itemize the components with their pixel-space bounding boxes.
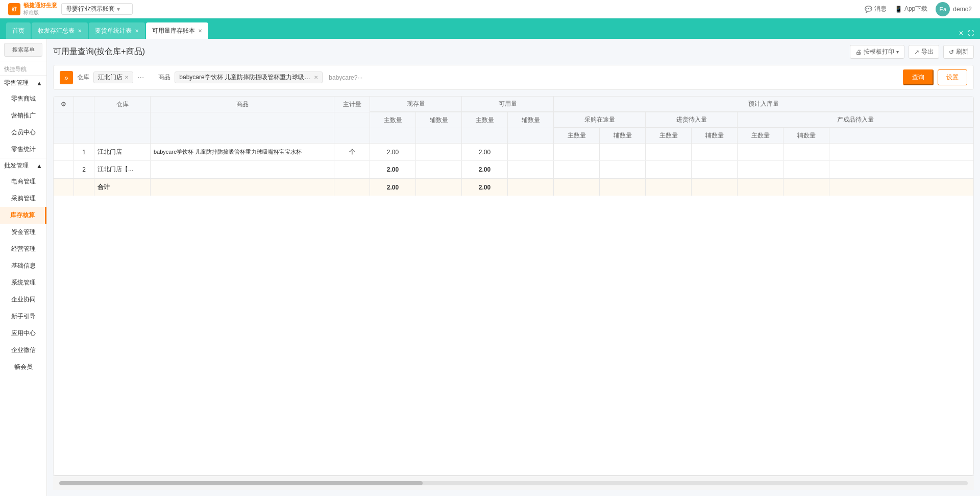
product-filter-tag[interactable]: babycare学饮杯 儿童防摔防撞吸管杯重力球吸嘴杯宝宝水杯 ✕ (175, 72, 323, 83)
tab-available-stock-close[interactable]: ✕ (198, 28, 202, 34)
td-unit-2 (334, 161, 370, 178)
sidebar-item-newbie[interactable]: 新手引导 (0, 308, 46, 325)
product-filter-close[interactable]: ✕ (314, 75, 318, 80)
th-unit-empty (334, 112, 370, 128)
sidebar-item-operations[interactable]: 经营管理 (0, 241, 46, 257)
tab-controls: ✕ ⛶ (959, 30, 974, 39)
sidebar-item-members[interactable]: 会员中心 (0, 124, 46, 141)
sidebar-item-retail-stats[interactable]: 零售统计 (0, 141, 46, 158)
td-avail-main-1: 2.00 (462, 144, 508, 160)
warehouse-filter-label: 仓库 (77, 73, 89, 82)
sidebar-item-enterprise[interactable]: 企业协同 (0, 291, 46, 308)
search-menu-button[interactable]: 搜索菜单 (4, 43, 42, 57)
print-template-button[interactable]: 🖨 按模板打印 ▾ (850, 45, 904, 59)
td-product-1: babycare学饮杯 儿童防摔防撞吸管杯重力球吸嘴杯宝宝水杯 (151, 144, 334, 160)
tab-available-stock[interactable]: 可用量库存账本 ✕ (146, 22, 208, 39)
table-header-sub: 主数量 辅数量 主数量 辅数量 主数量 辅数量 (54, 128, 973, 144)
refresh-icon: ↺ (949, 49, 954, 56)
logo-icon: 好 (8, 3, 20, 15)
td-total-unit (334, 179, 370, 196)
sidebar-item-basic-info[interactable]: 基础信息 (0, 257, 46, 274)
query-button[interactable]: 查询 (903, 69, 934, 85)
close-all-icon[interactable]: ✕ (959, 30, 964, 37)
warehouse-more-button[interactable]: ··· (137, 73, 144, 82)
message-label: 消息 (874, 5, 887, 13)
th-idx-empty (74, 112, 94, 128)
filter-toggle-button[interactable]: » (60, 71, 73, 84)
th-purchase-group: 采购在途量 (554, 112, 646, 128)
message-button[interactable]: 💬 消息 (865, 5, 887, 13)
horizontal-scrollbar[interactable] (59, 481, 968, 485)
message-icon: 💬 (865, 6, 872, 13)
page-title: 可用量查询(按仓库+商品) (53, 46, 145, 57)
warehouse-filter-tag[interactable]: 江北门店 ✕ (93, 72, 133, 83)
th-expected-group: 预计入库量 (554, 97, 973, 112)
export-icon: ↗ (914, 49, 919, 56)
sidebar-item-marketing[interactable]: 营销推广 (0, 107, 46, 124)
tab-bar: 首页 收发存汇总表 ✕ 要货单统计表 ✕ 可用量库存账本 ✕ ✕ ⛶ (0, 18, 980, 39)
th-produced-aux-leaf: 辅数量 (783, 128, 829, 143)
td-incoming-main-2 (646, 161, 692, 178)
refresh-button[interactable]: ↺ 刷新 (943, 45, 974, 59)
warehouse-filter-close[interactable]: ✕ (125, 75, 129, 80)
th-produced-main-leaf: 主数量 (738, 128, 783, 143)
tab-summary-close[interactable]: ✕ (78, 28, 82, 34)
th-stock-aux-leaf (416, 128, 462, 143)
org-selector[interactable]: 母婴行业演示账套 ▾ (61, 3, 133, 15)
tab-available-stock-label: 可用量库存账本 (152, 27, 195, 35)
product-more-tag[interactable]: babycare?··· (329, 74, 362, 81)
sidebar-item-inventory[interactable]: 库存核算 (0, 207, 46, 224)
sidebar-item-purchase[interactable]: 采购管理 (0, 190, 46, 207)
settings-button[interactable]: 设置 (938, 69, 967, 85)
sidebar-item-system[interactable]: 系统管理 (0, 274, 46, 291)
tab-order-stats-label: 要货单统计表 (95, 27, 132, 35)
expand-icon[interactable]: ⛶ (968, 30, 974, 37)
td-total-stock-aux (416, 179, 462, 196)
sidebar-group-wholesale[interactable]: 批发管理 ▲ (0, 158, 46, 173)
th-stock-main-label: 主数量 (370, 112, 416, 128)
th-stock-group: 现存量 (370, 97, 462, 112)
sidebar-item-app-center[interactable]: 应用中心 (0, 325, 46, 342)
th-settings-span: ⚙ (54, 97, 74, 112)
sidebar-item-member-plus[interactable]: 畅会员 (0, 359, 46, 375)
td-purchase-aux-1 (600, 144, 646, 160)
td-unit-1: 个 (334, 144, 370, 160)
sidebar-item-retail-mall[interactable]: 零售商城 (0, 90, 46, 107)
th-avail-aux-label: 辅数量 (508, 112, 554, 128)
tab-summary[interactable]: 收发存汇总表 ✕ (32, 22, 88, 39)
export-button[interactable]: ↗ 导出 (909, 45, 939, 59)
sidebar: 搜索菜单 快捷导航 零售管理 ▲ 零售商城 营销推广 会员中心 零售统计 批发管… (0, 39, 47, 496)
user-area[interactable]: Ea demo2 (936, 2, 972, 16)
org-name: 母婴行业演示账套 (66, 5, 115, 13)
footer-bar (53, 476, 974, 490)
product-filter-value: babycare学饮杯 儿童防摔防撞吸管杯重力球吸嘴杯宝宝水杯 (179, 73, 312, 82)
td-product-2 (151, 161, 334, 178)
tab-summary-label: 收发存汇总表 (38, 27, 75, 35)
sidebar-group-retail[interactable]: 零售管理 ▲ (0, 75, 46, 90)
td-avail-main-2: 2.00 (462, 161, 508, 178)
th-product-span: 商品 (151, 97, 334, 112)
td-total-settings (54, 179, 74, 196)
td-purchase-aux-2 (600, 161, 646, 178)
td-produced-aux-1 (783, 144, 829, 160)
sidebar-item-finance[interactable]: 资金管理 (0, 224, 46, 241)
tab-order-stats-close[interactable]: ✕ (135, 28, 139, 34)
table-header-mid: 主数量 辅数量 主数量 辅数量 采购在途量 进货待入量 产成品待入量 (54, 112, 973, 128)
sidebar-item-ecommerce[interactable]: 电商管理 (0, 173, 46, 190)
sidebar-item-enterprise-wechat[interactable]: 企业微信 (0, 342, 46, 359)
th-settings-leaf (54, 128, 74, 143)
tab-order-stats[interactable]: 要货单统计表 ✕ (89, 22, 145, 39)
warehouse-filter-value: 江北门店 (98, 73, 122, 82)
td-produced-main-1 (738, 144, 783, 160)
th-stock-main-leaf (370, 128, 416, 143)
chevron-icon-wholesale: ▲ (36, 162, 42, 170)
page-title-row: 可用量查询(按仓库+商品) 🖨 按模板打印 ▾ ↗ 导出 ↺ 刷新 (53, 45, 974, 59)
logo-sub: 标准版 (23, 9, 57, 16)
tab-home[interactable]: 首页 (6, 22, 31, 39)
td-warehouse-2: 江北门店【... (94, 161, 151, 178)
quick-nav-label[interactable]: 快捷导航 (0, 61, 46, 75)
chevron-down-icon-print: ▾ (896, 49, 899, 55)
content-area: 可用量查询(按仓库+商品) 🖨 按模板打印 ▾ ↗ 导出 ↺ 刷新 » (47, 39, 980, 496)
app-download-button[interactable]: 📱 App下载 (895, 5, 927, 13)
td-stock-aux-2 (416, 161, 462, 178)
